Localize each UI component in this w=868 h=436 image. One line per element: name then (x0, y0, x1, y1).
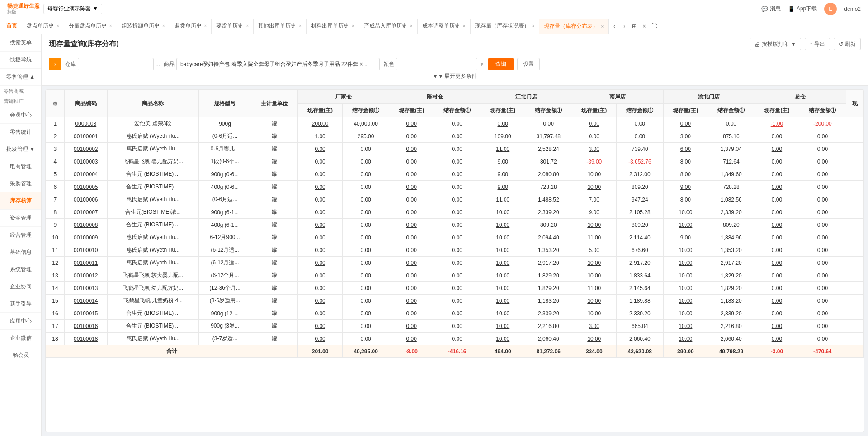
sidebar-item-purchase[interactable]: 采购管理 (0, 175, 41, 192)
sidebar: 搜索英单 快捷导航 零售管理 ▲ 零售商城 营销推广 会员中心 零售统计 批发管… (0, 34, 42, 436)
sidebar-item-member-plus[interactable]: 畅会员 (0, 347, 41, 364)
setting-btn[interactable]: 设置 (517, 58, 540, 70)
col-total-amount: 结存金额① (799, 104, 846, 117)
filter-color: 颜色 ▼ (383, 58, 485, 70)
sidebar-item-finance[interactable]: 资金管理 (0, 210, 41, 227)
table-row: 800100007合生元(BIOSTIME)浓...900g (6-1...罐0… (46, 206, 864, 219)
col-extra-stock: 现 (846, 90, 863, 117)
tab-close-icon[interactable]: × (463, 23, 466, 28)
col-jiangbei-amount: 结存金额① (525, 104, 572, 117)
col-chen-amount: 结存金额① (434, 104, 481, 117)
tab-prev-btn[interactable]: ‹ (609, 21, 619, 31)
content-area: 现存量查询(库存分布) 🖨 按模版打印 ▼ ↑ 导出 ↺ 刷新 (42, 34, 868, 436)
table-wrapper: ⚙ 商品编码 商品名称 规格型号 主计量单位 厂家仓 陈村仓 江北门店 南岸店 … (45, 89, 864, 432)
tab-assembly[interactable]: 组装拆卸单历史 × (117, 19, 170, 34)
col-total-stock: 现存量(主) (755, 104, 799, 117)
sidebar-item-quicknav[interactable]: 快捷导航 (0, 52, 41, 69)
tab-expand-btn[interactable]: ⊞ (629, 21, 639, 31)
sidebar-item-retail-mgmt[interactable]: 零售管理 ▲ (0, 69, 41, 86)
filter-goods: 商品 (164, 58, 380, 70)
tab-sub-inventory[interactable]: 分量盘点单历史 × (64, 19, 117, 34)
table-row: 1500100014飞鹤星飞帆 儿童奶粉 4...(3-6岁适用...罐0.00… (46, 295, 864, 307)
col-factory-stock: 现存量(主) (298, 104, 342, 117)
col-spec-header: 规格型号 (199, 90, 251, 117)
col-name-header: 商品名称 (107, 90, 199, 117)
sidebar-item-stock-check[interactable]: 库存核算 (0, 192, 41, 210)
tab-finished-in[interactable]: 产成品入库单历史 × (359, 19, 418, 34)
col-nanan-stock: 现存量(主) (572, 104, 616, 117)
sidebar-item-search[interactable]: 搜索英单 (0, 34, 41, 52)
tab-close-icon[interactable]: × (162, 23, 165, 28)
col-yubeimen-stock: 现存量(主) (663, 104, 708, 117)
tab-home[interactable]: 首页 (2, 19, 22, 34)
tab-stock-status[interactable]: 现存量（库存状况表） × (471, 19, 540, 34)
sidebar-item-business[interactable]: 经营管理 (0, 227, 41, 244)
table-row: 400100003飞鹤星飞帆 婴儿配方奶...1段(0-6个...罐0.000.… (46, 155, 864, 168)
data-table: ⚙ 商品编码 商品名称 规格型号 主计量单位 厂家仓 陈村仓 江北门店 南岸店 … (46, 90, 864, 358)
tab-close-icon[interactable]: × (601, 24, 604, 29)
user-avatar[interactable]: E (824, 3, 837, 15)
goods-input[interactable] (176, 58, 380, 70)
table-row: 1800100018惠氏启赋 (Wyeth illu...(3-7岁适...罐0… (46, 333, 864, 345)
col-total-group: 总仓 (755, 90, 846, 104)
export-icon: ↑ (810, 41, 812, 47)
table-row: 10000003爱他美 虑荣3段900g罐200.0040,000.000.00… (46, 117, 864, 130)
sidebar-item-retail-stats[interactable]: 零售统计 (0, 124, 41, 141)
refresh-btn[interactable]: ↺ 刷新 (834, 38, 861, 50)
sidebar-item-marketing[interactable]: 营销推广 (0, 96, 41, 107)
table-row: 1400100013飞鹤星飞帆 幼儿配方奶...(12-36个月...罐0.00… (46, 282, 864, 295)
sidebar-item-enterprise-wechat[interactable]: 企业微信 (0, 330, 41, 347)
tab-stock-dist[interactable]: 现存量（库存分布表） × (539, 19, 609, 34)
tab-fullscreen-btn[interactable]: ⛶ (649, 21, 659, 31)
col-unit-header: 主计量单位 (251, 90, 298, 117)
tab-other-out[interactable]: 其他出库单历史 × (254, 19, 307, 34)
sidebar-item-basic-info[interactable]: 基础信息 (0, 244, 41, 261)
tab-close-icon[interactable]: × (204, 23, 207, 28)
download-icon: 📱 (788, 6, 795, 12)
tab-material-out[interactable]: 材料出库单历史 × (307, 19, 359, 34)
warehouse-input[interactable] (78, 58, 154, 70)
table-row: 1600100015合生元 (BIOSTIME) ...900g (12-...… (46, 307, 864, 320)
expand-conditions-btn[interactable]: ▼▼ 展开更多条件 (433, 72, 477, 80)
tab-close-icon[interactable]: × (352, 23, 354, 28)
tab-close-all-btn[interactable]: × (639, 21, 649, 31)
tab-close-icon[interactable]: × (109, 23, 112, 28)
col-nanan-group: 南岸店 (572, 90, 663, 104)
tab-close-icon[interactable]: × (532, 23, 535, 28)
filter-area: › 仓库 ... 商品 颜色 ▼ 查询 (42, 54, 868, 86)
color-input[interactable] (396, 58, 477, 70)
sidebar-item-system[interactable]: 系统管理 (0, 261, 41, 278)
warehouse-dots[interactable]: ... (156, 61, 160, 67)
sidebar-item-ecommerce[interactable]: 电商管理 (0, 158, 41, 175)
col-yubeimen-group: 渝北门店 (663, 90, 755, 104)
export-btn[interactable]: ↑ 导出 (805, 38, 830, 50)
print-btn[interactable]: 🖨 按模版打印 ▼ (750, 38, 801, 50)
tab-transfer[interactable]: 调拨单历史 × (170, 19, 212, 34)
sidebar-item-member[interactable]: 会员中心 (0, 107, 41, 124)
tab-next-btn[interactable]: › (619, 21, 629, 31)
tab-close-icon[interactable]: × (57, 23, 59, 28)
filter-toggle-btn[interactable]: › (49, 58, 61, 70)
table-row: 300100002惠氏启赋 (Wyeth illu...0-6月婴儿...罐0.… (46, 143, 864, 155)
tab-requisition[interactable]: 要货单历史 × (212, 19, 254, 34)
tab-close-icon[interactable]: × (410, 23, 413, 28)
col-code-header: 商品编码 (64, 90, 107, 117)
sidebar-item-retail-shop[interactable]: 零售商城 (0, 86, 41, 96)
sidebar-item-wholesale[interactable]: 批发管理 ▼ (0, 141, 41, 158)
col-jiangbei-group: 江北门店 (481, 90, 572, 104)
tab-cost-adjust[interactable]: 成本调整单历史 × (418, 19, 471, 34)
org-selector[interactable]: 母婴行业演示陈套 ▼ (43, 4, 102, 14)
tab-close-icon[interactable]: × (246, 23, 249, 28)
sidebar-item-new-guide[interactable]: 新手引导 (0, 295, 41, 313)
query-btn[interactable]: 查询 (488, 58, 514, 70)
sidebar-item-enterprise[interactable]: 企业协同 (0, 278, 41, 295)
print-icon: 🖨 (755, 41, 760, 47)
tab-close-icon[interactable]: × (299, 23, 302, 28)
sidebar-item-app-center[interactable]: 应用中心 (0, 313, 41, 330)
page-actions: 🖨 按模版打印 ▼ ↑ 导出 ↺ 刷新 (750, 38, 861, 50)
table-summary-row: 合计201.0040,295.00-8.00-416.16494.0081,27… (46, 345, 864, 358)
settings-icon[interactable]: ⚙ (52, 101, 57, 107)
messages-btn[interactable]: 💬 消息 (761, 5, 781, 13)
app-download-btn[interactable]: 📱 App下载 (788, 5, 817, 13)
tab-inventory-single[interactable]: 盘点单历史 × (22, 19, 64, 34)
